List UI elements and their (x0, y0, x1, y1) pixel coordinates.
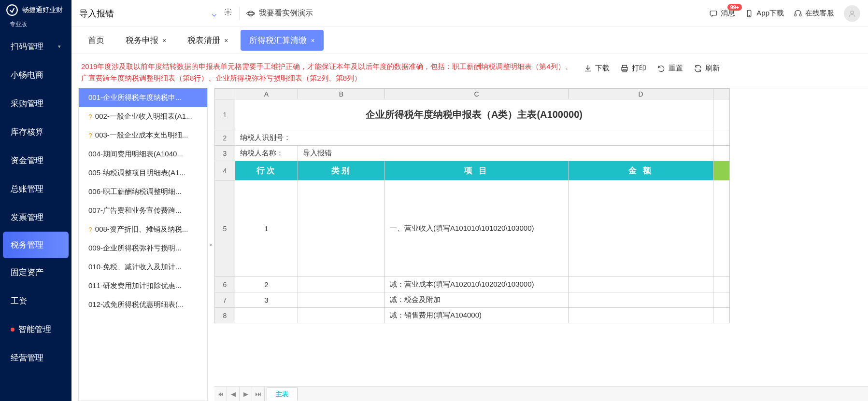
chevron-down-icon: ▾ (58, 43, 61, 50)
sheet-title[interactable]: 企业所得税年度纳税申报表（A类）主表(A100000) (235, 99, 713, 130)
cell-6b[interactable] (298, 277, 385, 292)
svg-rect-8 (800, 14, 801, 16)
form-item-011[interactable]: 011-研发费用加计扣除优惠... (79, 277, 207, 295)
row-4[interactable]: 4 (215, 161, 235, 180)
cell-green[interactable] (713, 161, 730, 180)
sidebar-item-tax[interactable]: 税务管理 (3, 232, 69, 258)
sidebar-item-smart[interactable]: 智能管理 (0, 315, 71, 344)
row-6[interactable]: 6 (215, 277, 235, 292)
sidebar-item-inventory[interactable]: 库存核算 (0, 118, 71, 146)
col-B[interactable]: B (298, 89, 385, 99)
title-dropdown-icon[interactable]: ⌵ (212, 8, 217, 19)
cell-5c[interactable]: 一、营业收入(填写A101010\101020\103000) (385, 180, 569, 277)
tab-home[interactable]: 首页 (79, 30, 113, 51)
form-item-002[interactable]: ?002-一般企业收入明细表(A1... (79, 107, 207, 126)
messages-button[interactable]: 消息 99+ (709, 9, 735, 18)
reset-icon (657, 64, 666, 73)
spreadsheet: A B C D 1 企业所得税年度纳税申报表（A类）主表(A100000) (214, 88, 868, 401)
sidebar-item-business[interactable]: 经营管理 (0, 344, 71, 372)
question-icon: ? (88, 226, 92, 234)
cell-8a[interactable] (235, 308, 298, 323)
tab-tax-declare[interactable]: 税务申报× (117, 30, 175, 51)
sidebar-item-invoice[interactable]: 发票管理 (0, 203, 71, 232)
collapse-handle[interactable]: « (208, 88, 214, 401)
svg-point-6 (749, 15, 750, 15)
page-title-input[interactable] (79, 8, 205, 18)
sidebar-item-0[interactable]: 扫码管理▾ (0, 32, 71, 61)
form-item-005[interactable]: 005-纳税调整项目明细表(A1... (79, 164, 207, 182)
cell-6a[interactable]: 2 (235, 277, 298, 292)
cell-5b[interactable] (298, 180, 385, 277)
header-item[interactable]: 项 目 (385, 161, 569, 180)
app-download-button[interactable]: App下载 (745, 9, 784, 18)
row-2[interactable]: 2 (215, 130, 235, 146)
form-item-003[interactable]: ?003-一般企业成本支出明细... (79, 126, 207, 145)
sheet-grid[interactable]: A B C D 1 企业所得税年度纳税申报表（A类）主表(A100000) (214, 88, 868, 387)
print-button[interactable]: 打印 (620, 64, 646, 73)
form-item-004[interactable]: 004-期间费用明细表(A1040... (79, 145, 207, 164)
sidebar-item-purchase[interactable]: 采购管理 (0, 89, 71, 118)
sheet-nav-first[interactable]: ⏮ (214, 387, 227, 401)
message-badge: 99+ (727, 4, 742, 11)
cell-8c[interactable]: 减：销售费用(填写A104000) (385, 308, 569, 323)
sidebar-item-assets[interactable]: 固定资产 (0, 258, 71, 287)
sidebar-item-salary[interactable]: 工资 (0, 287, 71, 315)
question-icon: ? (88, 113, 92, 121)
demo-link[interactable]: 我要看实例演示 (246, 8, 313, 18)
grid-corner[interactable] (215, 89, 235, 99)
form-item-007[interactable]: 007-广告费和业务宣传费跨... (79, 201, 207, 220)
user-icon (848, 9, 856, 18)
download-button[interactable]: 下载 (583, 64, 610, 73)
sidebar-item-funds[interactable]: 资金管理 (0, 146, 71, 175)
row-5[interactable]: 5 (215, 180, 235, 277)
row-3[interactable]: 3 (215, 146, 235, 161)
form-item-008[interactable]: ?008-资产折旧、摊销及纳税... (79, 220, 207, 239)
col-C[interactable]: C (385, 89, 569, 99)
cell-5a[interactable]: 1 (235, 180, 298, 277)
cell-5d[interactable] (569, 180, 713, 277)
topbar: ⌵ 我要看实例演示 消息 99+ App下载 (71, 0, 868, 27)
row-8[interactable]: 8 (215, 308, 235, 323)
cell-taxpayer-name-label[interactable]: 纳税人名称： (235, 146, 298, 161)
customer-service-button[interactable]: 在线客服 (794, 9, 834, 18)
reset-button[interactable]: 重置 (657, 64, 683, 73)
refresh-button[interactable]: 刷新 (694, 64, 720, 73)
cell-6c[interactable]: 减：营业成本(填写A102010\102020\103000) (385, 277, 569, 292)
tab-tax-forms[interactable]: 税表清册× (179, 30, 237, 51)
sidebar-item-ledger[interactable]: 总账管理 (0, 175, 71, 203)
close-icon[interactable]: × (311, 37, 314, 44)
avatar[interactable] (844, 5, 860, 22)
cell-8b[interactable] (298, 308, 385, 323)
form-item-010[interactable]: 010-免税、减计收入及加计... (79, 258, 207, 277)
cell-7a[interactable]: 3 (235, 292, 298, 308)
form-item-009[interactable]: 009-企业所得税弥补亏损明... (79, 239, 207, 258)
sidebar-item-ecom[interactable]: 小畅电商 (0, 61, 71, 89)
gear-icon[interactable] (224, 8, 232, 19)
close-icon[interactable]: × (162, 37, 166, 44)
sheet-nav-prev[interactable]: ◀ (227, 387, 240, 401)
row-7[interactable]: 7 (215, 292, 235, 308)
cell-7b[interactable] (298, 292, 385, 308)
cell-6d[interactable] (569, 277, 713, 292)
sheet-tab-main[interactable]: 主表 (267, 387, 298, 401)
sheet-nav-last[interactable]: ⏭ (252, 387, 265, 401)
col-D[interactable]: D (569, 89, 713, 99)
col-E[interactable] (713, 89, 730, 99)
sheet-nav-next[interactable]: ▶ (240, 387, 252, 401)
cell-7c[interactable]: 减：税金及附加 (385, 292, 569, 308)
form-item-006[interactable]: 006-职工薪酬纳税调整明细... (79, 182, 207, 201)
close-icon[interactable]: × (224, 37, 228, 44)
form-item-001[interactable]: 001-企业所得税年度纳税申... (79, 88, 207, 107)
cell-taxpayer-id[interactable]: 纳税人识别号： (235, 130, 713, 146)
row-1[interactable]: 1 (215, 99, 235, 130)
col-A[interactable]: A (235, 89, 298, 99)
header-amount[interactable]: 金 额 (569, 161, 713, 180)
tab-income-tax[interactable]: 所得税汇算清缴× (241, 30, 323, 51)
header-category[interactable]: 类别 (298, 161, 385, 180)
refresh-icon (694, 64, 702, 73)
cell-8d[interactable] (569, 308, 713, 323)
form-item-012[interactable]: 012-减免所得税优惠明细表(... (79, 295, 207, 314)
cell-taxpayer-name-value[interactable]: 导入报错 (298, 146, 713, 161)
cell-7d[interactable] (569, 292, 713, 308)
header-rownum[interactable]: 行次 (235, 161, 298, 180)
